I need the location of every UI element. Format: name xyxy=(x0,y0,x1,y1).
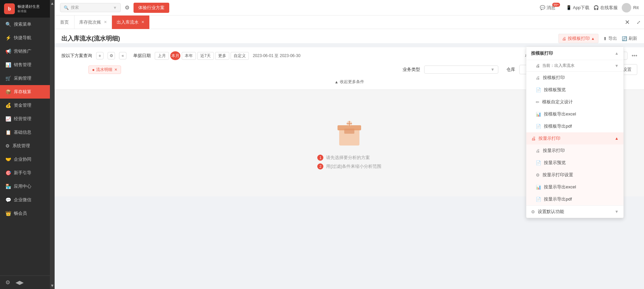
sidebar-bottom-bar: ⚙ ◀▶ xyxy=(0,275,50,289)
tabbar: 首页 库存批次账 ✕ 出入库流水 ✕ ✕ ⤢ xyxy=(55,16,644,29)
member-icon: 👑 xyxy=(5,211,11,216)
search-nav-icon: 🔍 xyxy=(5,22,11,27)
tag-remove-icon[interactable]: ✕ xyxy=(114,68,117,72)
wechat-icon: 💬 xyxy=(5,197,11,203)
sidebar-item-system[interactable]: ⚙ 系统管理 xyxy=(0,139,50,153)
display-excel-icon: 📊 xyxy=(536,185,541,190)
template-print-icon: 🖨 xyxy=(536,75,540,80)
sidebar-item-appstore[interactable]: 🏪 应用中心 xyxy=(0,180,50,193)
topbar-search-icon: 🔍 xyxy=(64,5,69,10)
display-preview-item[interactable]: 📄 按显示预览 xyxy=(526,157,623,169)
tab-close-btn[interactable]: ✕ xyxy=(621,19,633,26)
sidebar-item-marketing[interactable]: 📢 营销推广 xyxy=(0,45,50,58)
display-print-settings-item[interactable]: ⚙ 按显示打印设置 xyxy=(526,169,623,181)
template-custom-icon: ✏ xyxy=(536,100,539,105)
date-btn-this-month[interactable]: 本月 xyxy=(170,51,180,60)
topbar-gear-icon[interactable]: ⚙ xyxy=(125,4,129,11)
display-pdf-item[interactable]: 📄 按显示导出pdf xyxy=(526,193,623,205)
scroll-down-icon[interactable]: ▼ xyxy=(50,284,54,288)
sidebar-item-member[interactable]: 👑 畅会员 xyxy=(0,207,50,220)
date-btn-last-month[interactable]: 上月 xyxy=(155,52,169,60)
user-name: Rit xyxy=(633,5,639,10)
app-download-area[interactable]: 📱 App下载 xyxy=(566,5,589,11)
phone-icon: 📱 xyxy=(566,5,572,10)
print-template-action[interactable]: 🖨 按模板打印 ▲ xyxy=(558,34,598,43)
date-btn-7days[interactable]: 近7天 xyxy=(197,52,214,60)
sidebar-scroll-arrows: ▲ ▼ xyxy=(50,0,55,289)
sidebar-item-operations[interactable]: 📈 经营管理 xyxy=(0,112,50,126)
tab-home[interactable]: 首页 xyxy=(55,16,75,29)
tab-batch-close[interactable]: ✕ xyxy=(104,20,107,24)
sidebar-item-corp[interactable]: 🤝 企业协同 xyxy=(0,153,50,166)
template-preview-item[interactable]: 📄 按模板预览 xyxy=(526,84,623,96)
business-type-select[interactable]: ▼ xyxy=(424,65,498,74)
sidebar-item-basic[interactable]: 📋 基础信息 xyxy=(0,126,50,139)
guide-icon: 🎯 xyxy=(5,170,11,176)
display-print-section-header[interactable]: 🖨 按显示打印 ▲ xyxy=(526,132,623,144)
tab-batch[interactable]: 库存批次账 ✕ xyxy=(75,16,112,29)
template-preview-icon: 📄 xyxy=(536,87,541,93)
online-service-area[interactable]: 🎧 在线客服 xyxy=(593,5,618,11)
collapse-sidebar-icon[interactable]: ◀▶ xyxy=(16,279,24,286)
dropdown-collapse-icon[interactable]: ▲ xyxy=(615,51,619,56)
warehouse-label: 仓库 xyxy=(506,67,515,73)
quick-nav-icon: ⚡ xyxy=(5,35,11,41)
scroll-up-icon[interactable]: ▲ xyxy=(50,1,54,5)
voucher-type-more-btn[interactable]: ••• xyxy=(632,53,637,59)
sidebar-item-purchase[interactable]: 🛒 采购管理 xyxy=(0,72,50,85)
sidebar-item-wechat[interactable]: 💬 企业微信 xyxy=(0,193,50,207)
step1-num: 1 xyxy=(317,155,323,161)
date-range-display: 2023-06-01 至 2023-06-30 xyxy=(253,53,300,59)
purchase-icon: 🛒 xyxy=(5,76,11,81)
finance-icon: 💰 xyxy=(5,103,11,108)
sidebar-item-inventory[interactable]: 📦 库存核算 xyxy=(0,85,50,99)
sidebar-item-guide[interactable]: 🎯 新手引导 xyxy=(0,166,50,180)
date-btn-this-year[interactable]: 本年 xyxy=(182,52,196,60)
dropdown-current-row: 🖨 当前：出入库流水 ▼ xyxy=(526,60,623,72)
display-print-item[interactable]: 🖨 按显示打印 xyxy=(526,144,623,157)
export-action[interactable]: ⬆ 导出 xyxy=(603,35,617,42)
tab-expand-btn[interactable]: ⤢ xyxy=(633,20,644,25)
settings-icon[interactable]: ⚙ xyxy=(5,279,10,286)
filter-collapse-left-btn[interactable]: « xyxy=(119,52,126,59)
tab-flow[interactable]: 出入库流水 ✕ xyxy=(112,16,149,29)
date-btn-custom[interactable]: 自定义 xyxy=(231,52,249,60)
sidebar: b 畅捷通好生意 标准版 🔍 搜索菜单 ⚡ 快捷导航 📢 营销推广 📊 销售管理… xyxy=(0,0,50,289)
operations-icon: 📈 xyxy=(5,116,11,122)
refresh-action[interactable]: 🔄 刷新 xyxy=(622,35,637,42)
notifications-area[interactable]: 💬 消息 99+ xyxy=(540,5,555,11)
filter-settings-btn[interactable]: ⚙ xyxy=(108,52,115,59)
sidebar-item-sales[interactable]: 📊 销售管理 xyxy=(0,58,50,72)
topbar-search-box[interactable]: 🔍 搜索 ▼ xyxy=(60,3,121,12)
business-type-label: 业务类型 xyxy=(403,67,420,73)
display-print-icon: 🖨 xyxy=(536,148,540,153)
template-custom-item[interactable]: ✏ 模板自定义设计 xyxy=(526,96,623,108)
tab-flow-close[interactable]: ✕ xyxy=(141,20,144,24)
sidebar-item-search[interactable]: 🔍 搜索菜单 xyxy=(0,18,50,31)
sidebar-item-finance[interactable]: 💰 资金管理 xyxy=(0,99,50,112)
inventory-icon: 📦 xyxy=(5,89,11,95)
set-default-section[interactable]: ⚙ 设置默认功能 ▼ xyxy=(526,205,623,218)
display-section-arrow: ▲ xyxy=(615,136,619,141)
display-excel-item[interactable]: 📊 按显示导出excel xyxy=(526,181,623,193)
template-print-item[interactable]: 🖨 按模板打印 xyxy=(526,72,623,84)
notifications-icon: 💬 xyxy=(540,5,545,10)
filter-add-btn[interactable]: + xyxy=(96,52,104,59)
template-pdf-item[interactable]: 📄 按模板导出pdf xyxy=(526,120,623,132)
collapse-more-btn[interactable]: ▲ 收起更多条件 xyxy=(334,79,364,85)
chevron-up-icon: ▲ xyxy=(334,80,339,84)
appstore-icon: 🏪 xyxy=(5,184,11,189)
industry-solution-button[interactable]: 体验行业方案 xyxy=(134,3,169,13)
filter-tag-liushui: ● 流水明细 ✕ xyxy=(88,65,121,74)
date-btn-more[interactable]: 更多 xyxy=(215,52,229,60)
empty-steps-list: 1 请先选择要分析的方案 2 用[过滤]条件来缩小分析范围 xyxy=(317,155,381,169)
sidebar-item-quick-nav[interactable]: ⚡ 快捷导航 xyxy=(0,31,50,45)
template-excel-item[interactable]: 📊 按模板导出excel xyxy=(526,108,623,120)
headset-icon: 🎧 xyxy=(593,5,599,10)
user-avatar-area[interactable]: Rit xyxy=(622,3,639,12)
dropdown-title: 按模板打印 xyxy=(531,50,553,56)
display-print-section-icon: 🖨 xyxy=(531,136,536,141)
set-default-arrow: ▼ xyxy=(615,209,619,214)
sidebar-nav: 🔍 搜索菜单 ⚡ 快捷导航 📢 营销推广 📊 销售管理 🛒 采购管理 📦 库存核… xyxy=(0,18,50,275)
avatar xyxy=(622,3,631,12)
